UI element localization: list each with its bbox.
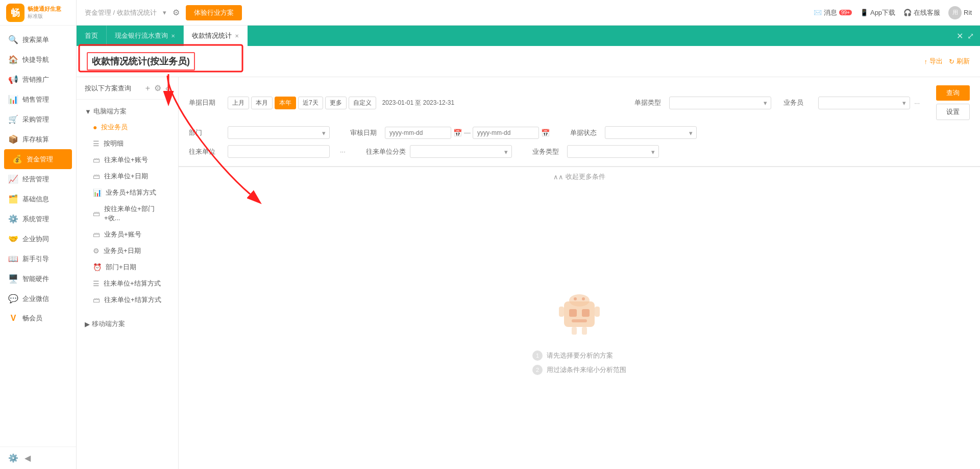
left-panel-settings-icon[interactable]: ⚙ xyxy=(154,83,161,93)
doc-status-select-wrapper xyxy=(605,126,697,139)
scheme-item-salesperson[interactable]: ● 按业务员 xyxy=(77,119,178,135)
scheme-item-unit-settle2[interactable]: 🗃 往来单位+结算方式 xyxy=(77,292,178,308)
sidebar-item-guide[interactable]: 📖 新手引导 xyxy=(0,249,76,269)
date-range-display: 2023-01-01 至 2023-12-31 xyxy=(382,99,454,107)
sidebar-item-search[interactable]: 🔍 搜索菜单 xyxy=(0,30,76,50)
unit-category-select-wrapper xyxy=(410,145,512,158)
scheme-item-detail[interactable]: ☰ 按明细 xyxy=(77,135,178,152)
tab-receipt-close[interactable]: ✕ xyxy=(235,33,239,39)
tab-bank-close[interactable]: ✕ xyxy=(171,33,175,39)
tab-expand-icon[interactable]: ⤢ xyxy=(967,31,974,41)
scheme-item-dept-date[interactable]: ⏰ 部门+日期 xyxy=(77,259,178,275)
date-btn-7days[interactable]: 近7天 xyxy=(298,97,323,109)
filter-section: 单据日期 上月 本月 本年 近7天 更多 自定义 2023-01-01 至 20… xyxy=(179,77,980,167)
doc-status-label: 单据状态 xyxy=(570,128,601,137)
sidebar-item-label: 系统管理 xyxy=(22,215,49,224)
user-action[interactable]: 用 Rit xyxy=(948,6,972,19)
message-action[interactable]: ✉️ 消息 99+ xyxy=(814,8,852,17)
sidebar-item-label: 库存核算 xyxy=(22,135,49,144)
date-btn-lastmonth[interactable]: 上月 xyxy=(228,97,249,109)
salesperson-select-wrapper xyxy=(818,97,910,109)
sidebar-item-enterprise[interactable]: 🤝 企业协同 xyxy=(0,229,76,249)
collapse-bottom-icon[interactable]: ◀ xyxy=(24,453,31,463)
scheme-item-unit-dept[interactable]: 🗃 按往来单位+部门+收... xyxy=(77,201,178,226)
dept-select[interactable] xyxy=(228,126,330,139)
calendar-start-icon: 📅 xyxy=(453,129,462,137)
review-date-start-input[interactable] xyxy=(385,127,451,139)
scheme-item-sales-account[interactable]: 🗃 业务员+账号 xyxy=(77,226,178,243)
date-btn-more[interactable]: 更多 xyxy=(325,97,347,109)
unit-category-select[interactable] xyxy=(410,145,512,158)
scheme-group-mobile-header[interactable]: ▶ 移动端方案 xyxy=(77,316,178,332)
dept-label: 部门 xyxy=(189,128,219,137)
collapse-more-btn[interactable]: ∧∧ 收起更多条件 xyxy=(179,167,980,186)
scheme-group-pc-header[interactable]: ▼ 电脑端方案 xyxy=(77,104,178,119)
app-download-action[interactable]: 📱 App下载 xyxy=(860,8,895,17)
empty-state: 1 请先选择要分析的方案 2 用过滤条件来缩小分析范围 xyxy=(179,186,980,469)
scheme-item-sales-date[interactable]: ⚙ 业务员+日期 xyxy=(77,243,178,259)
topbar-dropdown-icon[interactable]: ▾ xyxy=(163,9,166,16)
doc-type-select[interactable] xyxy=(669,97,771,109)
scheme-sales-date-icon: ⚙ xyxy=(93,247,100,255)
sidebar-item-basic[interactable]: 🗂️ 基础信息 xyxy=(0,189,76,209)
topbar-gear-icon[interactable]: ⚙ xyxy=(173,8,180,17)
sidebar-item-operation[interactable]: 📈 经营管理 xyxy=(0,169,76,189)
date-btn-custom[interactable]: 自定义 xyxy=(349,97,376,109)
scheme-item-unit-settle1[interactable]: ☰ 往来单位+结算方式 xyxy=(77,275,178,292)
tab-close-icon[interactable]: ✕ xyxy=(957,31,963,41)
solution-button[interactable]: 体验行业方案 xyxy=(186,5,242,20)
left-panel-add-icon[interactable]: + xyxy=(145,84,150,93)
scheme-item-label: 按明细 xyxy=(104,139,124,148)
salesperson-select[interactable] xyxy=(818,97,910,109)
tab-home[interactable]: 首页 xyxy=(77,26,107,46)
sidebar-item-finance[interactable]: 💰 资金管理 xyxy=(4,149,72,169)
scheme-unit-dept-icon: 🗃 xyxy=(93,209,100,218)
tab-bank-label: 现金银行流水查询 xyxy=(115,31,168,40)
sidebar-item-hardware[interactable]: 🖥️ 智能硬件 xyxy=(0,269,76,289)
sidebar-item-sales[interactable]: 📊 销售管理 xyxy=(0,89,76,109)
sidebar-item-purchase[interactable]: 🛒 采购管理 xyxy=(0,109,76,129)
logo-title: 畅捷通好生意 xyxy=(28,5,61,13)
date-btn-thisyear[interactable]: 本年 xyxy=(275,97,296,109)
settings-bottom-icon[interactable]: ⚙️ xyxy=(8,453,18,463)
doc-status-select[interactable] xyxy=(605,126,697,139)
scheme-item-label: 按业务员 xyxy=(101,123,128,132)
unit-more-icon[interactable]: ··· xyxy=(340,148,346,155)
sidebar-item-quicknav[interactable]: 🏠 快捷导航 xyxy=(0,50,76,69)
scheme-sales-settle-icon: 📊 xyxy=(93,189,102,197)
scheme-item-unit-account[interactable]: 🗃 往来单位+账号 xyxy=(77,152,178,168)
empty-robot-icon xyxy=(549,281,610,342)
settings-button[interactable]: 设置 xyxy=(936,104,970,120)
sidebar-item-system[interactable]: ⚙️ 系统管理 xyxy=(0,209,76,229)
scheme-unit-account-icon: 🗃 xyxy=(93,156,100,164)
tab-bank[interactable]: 现金银行流水查询 ✕ xyxy=(107,26,184,46)
tab-receipt-label: 收款情况统计 xyxy=(192,31,232,40)
left-panel-collapse-icon[interactable]: « xyxy=(165,84,170,93)
left-panel-title: 按以下方案查询 xyxy=(85,84,131,93)
date-btn-thismonth[interactable]: 本月 xyxy=(251,97,273,109)
dept-select-wrapper xyxy=(228,126,330,139)
wechat-icon: 💬 xyxy=(8,294,18,303)
scheme-sales-account-icon: 🗃 xyxy=(93,230,100,239)
export-button[interactable]: ↑ 导出 xyxy=(924,57,943,66)
business-type-select[interactable] xyxy=(567,145,659,158)
sidebar-item-marketing[interactable]: 📢 营销推广 xyxy=(0,69,76,89)
sidebar-item-wechat[interactable]: 💬 企业微信 xyxy=(0,289,76,309)
review-date-end-input[interactable] xyxy=(473,127,539,139)
query-button[interactable]: 查询 xyxy=(936,85,970,101)
page-title: 收款情况统计(按业务员) xyxy=(87,52,195,71)
sidebar-menu: 🔍 搜索菜单 🏠 快捷导航 📢 营销推广 📊 销售管理 🛒 采购管理 📦 库存核… xyxy=(0,26,76,447)
scheme-group-mobile-arrow: ▶ xyxy=(85,320,90,328)
unit-input[interactable] xyxy=(228,145,330,158)
scheme-item-sales-settle[interactable]: 📊 业务员+结算方式 xyxy=(77,184,178,201)
sidebar-item-member[interactable]: V 畅会员 xyxy=(0,309,76,328)
sidebar-item-inventory[interactable]: 📦 库存核算 xyxy=(0,129,76,149)
salesperson-more-icon[interactable]: ··· xyxy=(914,99,920,107)
refresh-button[interactable]: ↻ 刷新 xyxy=(949,57,970,66)
scheme-item-unit-date[interactable]: 🗃 往来单位+日期 xyxy=(77,168,178,184)
business-type-select-wrapper xyxy=(567,145,659,158)
online-service-action[interactable]: 🎧 在线客服 xyxy=(903,8,940,17)
tab-receipt[interactable]: 收款情况统计 ✕ xyxy=(184,26,248,46)
purchase-icon: 🛒 xyxy=(8,114,18,124)
svg-rect-1 xyxy=(569,309,577,317)
